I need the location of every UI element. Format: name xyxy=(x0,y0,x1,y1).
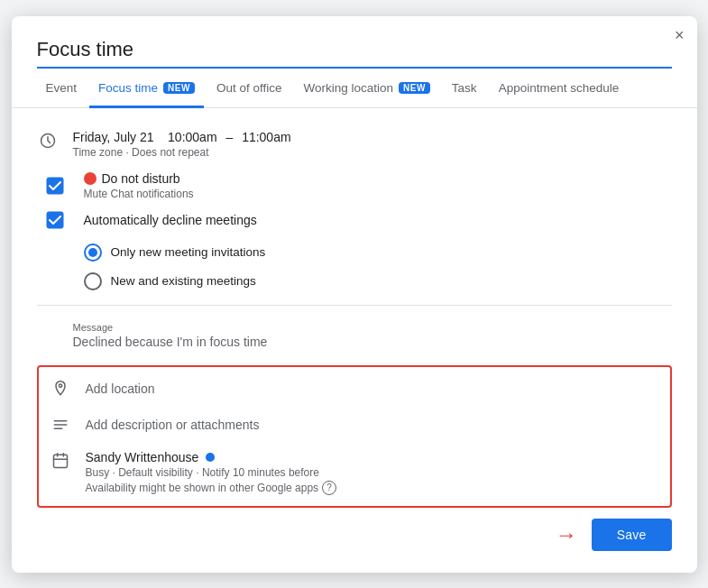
close-button[interactable]: × xyxy=(675,27,685,43)
dnd-content: Do not disturb Mute Chat notifications xyxy=(84,171,194,200)
svg-point-3 xyxy=(59,384,61,387)
location-placeholder: Add location xyxy=(86,381,155,396)
description-placeholder: Add description or attachments xyxy=(86,418,260,432)
calendar-name: Sandy Writtenhouse xyxy=(86,450,199,464)
radio-new-existing-label: New and existing meetings xyxy=(111,274,256,288)
calendar-icon xyxy=(50,452,71,470)
section-divider xyxy=(37,305,672,306)
calendar-blue-dot xyxy=(206,453,215,462)
message-text: Declined because I'm in focus time xyxy=(73,335,672,349)
radio-new-existing[interactable]: New and existing meetings xyxy=(84,267,672,296)
working-location-badge: NEW xyxy=(399,82,430,94)
tab-out-of-office-label: Out of office xyxy=(216,81,282,95)
date-time-line: Friday, July 21 10:00am – 11:00am xyxy=(73,130,672,144)
availability-text: Availability might be shown in other Goo… xyxy=(86,481,337,495)
time-separator: – xyxy=(225,130,236,144)
help-icon[interactable]: ? xyxy=(322,481,336,495)
save-button[interactable]: Save xyxy=(592,519,672,551)
dnd-row: Do not disturb Mute Chat notifications xyxy=(37,166,672,206)
timezone-repeat: Time zone · Does not repeat xyxy=(73,146,672,159)
clock-icon xyxy=(37,132,59,150)
decline-row: Automatically decline meetings xyxy=(37,206,672,234)
red-arrow-icon: → xyxy=(556,522,577,547)
repeat-label: Does not repeat xyxy=(132,146,208,159)
datetime-row: Friday, July 21 10:00am – 11:00am Time z… xyxy=(37,123,672,166)
decline-checkbox[interactable] xyxy=(46,211,64,229)
radio-only-new-circle xyxy=(84,243,102,262)
svg-rect-7 xyxy=(53,455,67,467)
calendar-name-row: Sandy Writtenhouse xyxy=(86,450,337,464)
title-underline xyxy=(37,67,672,69)
event-time-start: 10:00am xyxy=(168,130,216,144)
dnd-checkbox[interactable] xyxy=(46,177,64,195)
arrow-hint: → xyxy=(556,522,577,547)
tab-task[interactable]: Task xyxy=(443,70,486,108)
radio-only-new[interactable]: Only new meeting invitations xyxy=(84,238,672,267)
tab-appointment-label: Appointment schedule xyxy=(499,81,620,95)
message-label: Message xyxy=(73,322,672,333)
dialog-title: Focus time xyxy=(12,16,697,61)
tab-out-of-office[interactable]: Out of office xyxy=(207,70,291,108)
tab-working-location-label: Working location xyxy=(303,81,393,95)
tab-task-label: Task xyxy=(452,81,477,95)
event-date: Friday, July 21 xyxy=(73,130,154,144)
tab-focus-time-label: Focus time xyxy=(98,81,158,95)
decline-label: Automatically decline meetings xyxy=(84,213,257,227)
tab-appointment[interactable]: Appointment schedule xyxy=(490,70,629,108)
datetime-content: Friday, July 21 10:00am – 11:00am Time z… xyxy=(73,130,672,159)
calendar-details: Sandy Writtenhouse Busy · Default visibi… xyxy=(86,450,337,495)
description-icon xyxy=(50,416,71,434)
calendar-row: Sandy Writtenhouse Busy · Default visibi… xyxy=(39,443,670,502)
timezone-label: Time zone xyxy=(73,146,124,159)
dnd-label: Do not disturb xyxy=(84,171,194,186)
focus-time-badge: NEW xyxy=(163,82,195,94)
location-icon xyxy=(50,380,71,398)
radio-group: Only new meeting invitations New and exi… xyxy=(84,238,672,296)
tab-focus-time[interactable]: Focus time NEW xyxy=(89,70,204,108)
description-row[interactable]: Add description or attachments xyxy=(39,407,670,443)
calendar-details-text: Busy · Default visibility · Notify 10 mi… xyxy=(86,466,337,479)
radio-only-new-label: Only new meeting invitations xyxy=(111,245,266,259)
dnd-sublabel: Mute Chat notifications xyxy=(84,188,194,200)
dialog-content: Friday, July 21 10:00am – 11:00am Time z… xyxy=(12,108,697,508)
tab-bar: Event Focus time NEW Out of office Worki… xyxy=(12,70,697,108)
message-section: Message Declined because I'm in focus ti… xyxy=(37,315,672,356)
location-row[interactable]: Add location xyxy=(39,371,670,407)
dnd-red-dot xyxy=(84,172,97,185)
highlighted-box: Add location Add description or attachme… xyxy=(37,365,672,508)
tab-event-label: Event xyxy=(46,81,78,95)
radio-new-existing-circle xyxy=(84,272,102,290)
tab-event[interactable]: Event xyxy=(37,70,87,108)
dialog: × Focus time Event Focus time NEW Out of… xyxy=(12,16,697,573)
event-time-end: 11:00am xyxy=(242,130,290,144)
dialog-footer: → Save xyxy=(12,508,697,558)
tab-working-location[interactable]: Working location NEW xyxy=(294,70,438,108)
